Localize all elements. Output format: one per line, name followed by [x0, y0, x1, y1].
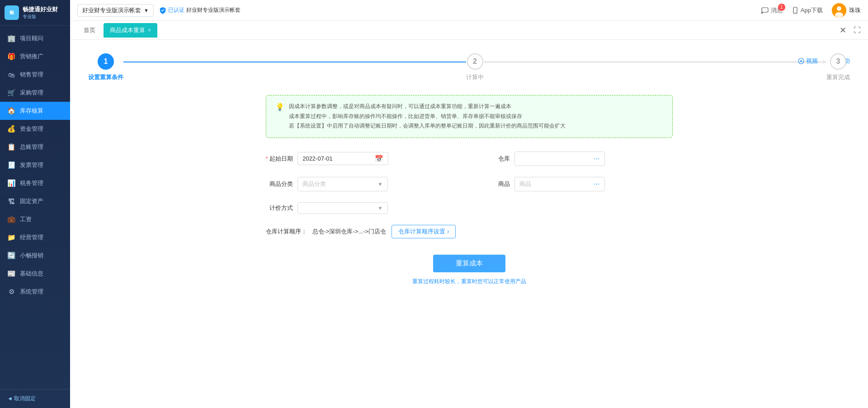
warehouse-field: 仓库 ··· — [483, 152, 673, 166]
sidebar-item-label: 采购管理 — [20, 89, 43, 97]
tab-home[interactable]: 首页 — [77, 23, 102, 38]
sidebar-item-label: 项目顾问 — [20, 34, 43, 43]
tab-close-button[interactable]: × — [148, 27, 151, 33]
tabs-actions: ✕ ⛶ — [838, 24, 868, 37]
tab-active-label: 商品成本重算 — [110, 26, 145, 34]
sidebar-item-label: 经营管理 — [20, 233, 43, 242]
product-field: 商品 商品 ··· — [483, 177, 673, 191]
assets-icon: 🏗 — [7, 197, 15, 205]
purchase-icon: 🛒 — [7, 89, 15, 97]
accounting-icon: 📋 — [7, 143, 15, 151]
sidebar-item-label: 总账管理 — [20, 143, 43, 151]
category-field: 商品分类 商品分类 ▼ — [266, 177, 456, 191]
sidebar-item-purchase[interactable]: 🛒 采购管理 — [0, 84, 70, 102]
sidebar: 畅 畅捷通好业财 专业版 🏢 项目顾问 🎁 营销推广 🛍 销售管理 🛒 采购管理… — [0, 0, 70, 408]
step-3: 3 重算完成 — [826, 53, 850, 81]
warehouse-dots-icon[interactable]: ··· — [594, 155, 599, 163]
sidebar-item-finance[interactable]: 💰 资金管理 — [0, 120, 70, 138]
tab-home-label: 首页 — [84, 26, 95, 34]
info-box: 💡 因成本计算参数调整，或是对商品成本有疑问时，可以通过成本重算功能，重新计算一… — [266, 95, 673, 138]
product-dots-icon[interactable]: ··· — [594, 180, 599, 188]
close-window-button[interactable]: ✕ — [838, 24, 848, 37]
pricing-field: 计价方式 ▼ — [266, 202, 456, 214]
category-select[interactable]: 商品分类 ▼ — [297, 177, 388, 191]
account-selector[interactable]: 好业财专业版演示帐套 ▼ — [77, 4, 154, 17]
avatar-image — [832, 3, 846, 18]
product-select[interactable]: 商品 ··· — [514, 177, 605, 191]
sidebar-item-label: 基础信息 — [20, 270, 43, 278]
submit-btn-label: 重算成本 — [456, 259, 483, 267]
category-label: 商品分类 — [266, 180, 293, 188]
phone-icon — [792, 7, 799, 14]
salary-icon: 💼 — [7, 215, 15, 223]
warehouse-order-prefix: 仓库计算顺序： — [266, 228, 307, 236]
user-profile-button[interactable]: 珠珠 — [832, 3, 861, 18]
category-placeholder: 商品分类 — [302, 180, 326, 188]
pricing-label: 计价方式 — [266, 204, 293, 212]
warehouse-select[interactable]: ··· — [514, 152, 605, 166]
app-download-label: App下载 — [801, 6, 823, 14]
topbar: 好业财专业版演示帐套 ▼ 已认证 好业财专业版演示帐套 消息 1 — [70, 0, 868, 21]
sidebar-item-marketing[interactable]: 🎁 营销推广 — [0, 47, 70, 66]
sidebar-item-accounting[interactable]: 📋 总账管理 — [0, 138, 70, 156]
calendar-icon[interactable]: 📅 — [370, 155, 388, 163]
app-download-button[interactable]: App下载 — [792, 6, 823, 14]
sidebar-item-sales[interactable]: 🛍 销售管理 — [0, 66, 70, 84]
sidebar-item-system[interactable]: ⚙ 系统管理 — [0, 283, 70, 301]
tabs-bar: 首页 商品成本重算 × ✕ ⛶ — [70, 21, 868, 40]
sidebar-item-label: 税务管理 — [20, 179, 43, 187]
sidebar-item-salary[interactable]: 💼 工资 — [0, 210, 70, 228]
step-line-2 — [484, 62, 826, 62]
sidebar-unpin-button[interactable]: ◄ 取消固定 — [0, 389, 70, 408]
sidebar-item-inventory[interactable]: 🏠 库存核算 — [0, 102, 70, 120]
form-row-1: 起始日期 📅 仓库 ··· — [266, 152, 673, 166]
verified-badge: 已认证 好业财专业版演示帐套 — [159, 6, 241, 14]
message-button[interactable]: 消息 1 — [761, 6, 783, 14]
step-1: 1 设置重算条件 — [88, 53, 123, 81]
sidebar-item-label: 资金管理 — [20, 125, 43, 133]
app-subtitle: 专业版 — [23, 14, 58, 20]
expand-window-button[interactable]: ⛶ — [852, 24, 863, 36]
sidebar-item-expense[interactable]: 🔄 小畅报销 — [0, 247, 70, 265]
message-icon — [761, 6, 769, 14]
basic-icon: 📰 — [7, 270, 15, 278]
pricing-select[interactable]: ▼ — [297, 202, 388, 214]
sales-icon: 🛍 — [7, 71, 15, 79]
product-label: 商品 — [483, 180, 510, 188]
form-row-3: 计价方式 ▼ — [266, 202, 673, 214]
start-date-input[interactable] — [298, 152, 370, 165]
sidebar-item-label: 工资 — [20, 215, 32, 223]
sidebar-item-assets[interactable]: 🏗 固定资产 — [0, 192, 70, 210]
sidebar-item-operations[interactable]: 📁 经营管理 — [0, 228, 70, 247]
form-container: 起始日期 📅 仓库 ··· 商品分类 — [266, 152, 673, 285]
finance-icon: 💰 — [7, 125, 15, 133]
sidebar-item-invoice[interactable]: 🧾 发票管理 — [0, 156, 70, 174]
sidebar-item-project[interactable]: 🏢 项目顾问 — [0, 29, 70, 47]
step-2-label: 计算中 — [466, 73, 484, 81]
warehouse-order-row: 仓库计算顺序： 总仓->深圳仓库->...->门店仓 仓库计算顺序设置 › — [266, 225, 673, 238]
step-2-circle: 2 — [467, 53, 483, 70]
project-icon: 🏢 — [7, 34, 15, 43]
chevron-down-icon: ▼ — [378, 205, 383, 211]
warehouse-order-settings-button[interactable]: 仓库计算顺序设置 › — [392, 225, 456, 238]
product-placeholder: 商品 — [519, 180, 594, 188]
sidebar-header: 畅 畅捷通好业财 专业版 — [0, 0, 70, 26]
start-date-input-wrapper: 📅 — [297, 152, 388, 165]
account-name: 好业财专业版演示帐套 — [82, 6, 141, 14]
tab-cost-recalc[interactable]: 商品成本重算 × — [104, 23, 157, 38]
svg-point-5 — [835, 12, 843, 18]
sidebar-item-label: 营销推广 — [20, 52, 43, 61]
step-1-label: 设置重算条件 — [88, 73, 123, 81]
recalculate-button[interactable]: 重算成本 — [433, 255, 505, 272]
video-button[interactable]: 视频 — [798, 57, 818, 65]
svg-marker-7 — [800, 60, 802, 62]
form-row-2: 商品分类 商品分类 ▼ 商品 商品 ··· — [266, 177, 673, 191]
sidebar-item-tax[interactable]: 📊 税务管理 — [0, 174, 70, 192]
inventory-icon: 🏠 — [7, 107, 15, 115]
shield-check-icon — [159, 7, 166, 14]
sidebar-item-label: 库存核算 — [20, 107, 43, 115]
sidebar-item-basic[interactable]: 📰 基础信息 — [0, 265, 70, 283]
svg-point-4 — [837, 6, 841, 11]
step-3-circle: 3 — [830, 53, 846, 70]
main-area: 好业财专业版演示帐套 ▼ 已认证 好业财专业版演示帐套 消息 1 — [70, 0, 868, 408]
